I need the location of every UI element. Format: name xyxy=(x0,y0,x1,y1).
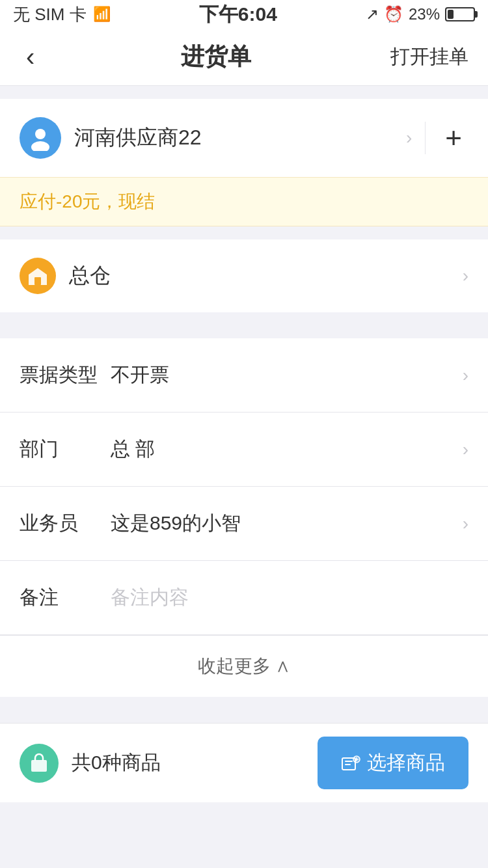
alarm-icon: ⏰ xyxy=(384,5,403,23)
invoice-type-value: 不开票 xyxy=(98,362,456,388)
department-label: 部门 xyxy=(20,436,98,463)
status-left: 无 SIM 卡 📶 xyxy=(13,3,111,26)
supplier-section: 河南供应商22 › + 应付-20元，现结 xyxy=(0,99,488,226)
svg-point-0 xyxy=(35,129,46,139)
supplier-name: 河南供应商22 xyxy=(74,124,406,152)
form-section: 票据类型 不开票 › 部门 总 部 › 业务员 这是859的小智 › 备注 备注… xyxy=(0,338,488,697)
invoice-type-label: 票据类型 xyxy=(20,362,98,388)
warehouse-row[interactable]: 总仓 › xyxy=(0,239,488,312)
supplier-chevron-icon: › xyxy=(406,128,412,148)
nav-bar: ‹ 进货单 打开挂单 xyxy=(0,29,488,86)
department-row[interactable]: 部门 总 部 › xyxy=(0,413,488,487)
collapse-button[interactable]: 收起更多 ∧ xyxy=(0,635,488,697)
select-product-button[interactable]: 选择商品 xyxy=(318,737,468,789)
warehouse-icon-container xyxy=(20,258,56,294)
svg-point-1 xyxy=(31,141,49,151)
carrier-label: 无 SIM 卡 xyxy=(13,3,87,26)
salesman-row[interactable]: 业务员 这是859的小智 › xyxy=(0,487,488,561)
select-product-icon xyxy=(341,754,360,772)
department-chevron-icon: › xyxy=(463,439,468,460)
house-icon xyxy=(27,265,48,286)
time-label: 下午6:04 xyxy=(199,1,277,28)
warning-text: 应付-20元，现结 xyxy=(20,191,155,211)
svg-rect-2 xyxy=(34,277,41,285)
status-right: ↗ ⏰ 23% xyxy=(366,5,475,23)
warehouse-chevron-icon: › xyxy=(463,265,468,286)
shopping-bag-icon xyxy=(28,752,50,774)
remarks-label: 备注 xyxy=(20,584,98,611)
bottom-bar: 共0种商品 选择商品 xyxy=(0,723,488,802)
invoice-chevron-icon: › xyxy=(463,365,468,386)
remarks-row[interactable]: 备注 备注内容 xyxy=(0,561,488,635)
battery-percent: 23% xyxy=(409,5,440,23)
section-divider-2 xyxy=(0,226,488,239)
page-title: 进货单 xyxy=(181,41,251,73)
person-icon xyxy=(27,125,53,151)
product-count-label: 共0种商品 xyxy=(72,750,318,776)
open-pending-button[interactable]: 打开挂单 xyxy=(390,44,468,70)
section-divider-1 xyxy=(0,86,488,99)
warehouse-label: 总仓 xyxy=(69,262,463,290)
supplier-row[interactable]: 河南供应商22 › + xyxy=(0,99,488,177)
svg-rect-3 xyxy=(31,760,47,772)
battery-icon xyxy=(445,7,475,21)
vertical-divider xyxy=(425,122,426,154)
salesman-chevron-icon: › xyxy=(463,513,468,534)
page-background xyxy=(0,802,488,868)
warehouse-section: 总仓 › xyxy=(0,239,488,312)
add-button[interactable]: + xyxy=(439,122,468,154)
remarks-input[interactable]: 备注内容 xyxy=(98,584,468,611)
status-bar: 无 SIM 卡 📶 下午6:04 ↗ ⏰ 23% xyxy=(0,0,488,29)
warning-banner: 应付-20元，现结 xyxy=(0,177,488,226)
back-button[interactable]: ‹ xyxy=(20,36,41,78)
invoice-type-row[interactable]: 票据类型 不开票 › xyxy=(0,338,488,413)
salesman-value: 这是859的小智 xyxy=(98,510,456,537)
product-icon-container xyxy=(20,744,59,783)
avatar xyxy=(20,117,61,159)
collapse-label: 收起更多 ∧ xyxy=(198,656,291,676)
department-value: 总 部 xyxy=(98,436,456,463)
wifi-icon: 📶 xyxy=(93,6,111,23)
location-icon: ↗ xyxy=(366,5,379,23)
section-divider-3 xyxy=(0,312,488,325)
salesman-label: 业务员 xyxy=(20,510,98,537)
select-product-label: 选择商品 xyxy=(367,750,445,776)
section-divider-4 xyxy=(0,697,488,710)
